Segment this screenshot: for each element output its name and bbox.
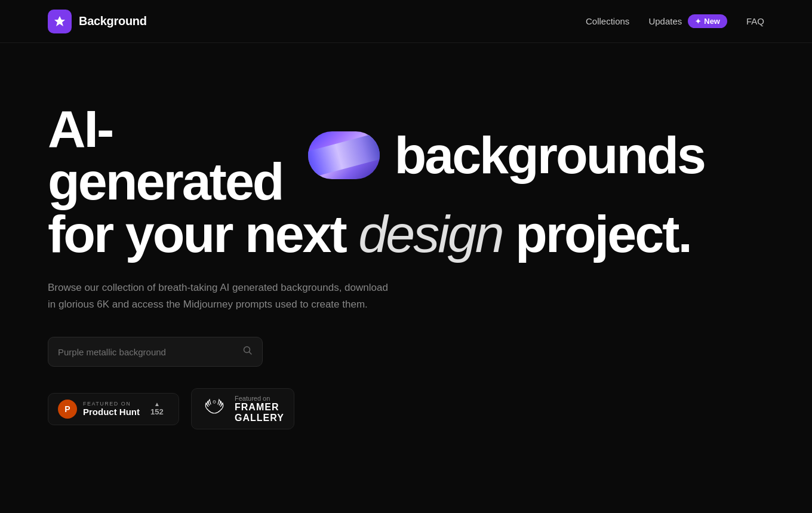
- ph-count-area: ▲ 152: [150, 401, 164, 416]
- framer-wreath-icon: [201, 396, 227, 422]
- svg-line-1: [250, 352, 252, 355]
- search-input[interactable]: [58, 347, 243, 357]
- logo-area[interactable]: Background: [48, 10, 147, 33]
- framer-featured-label: Featured on: [235, 395, 284, 402]
- hero-heading: AI-generated backgrounds for your next d…: [48, 103, 705, 260]
- framer-text-group: Featured on FRAMER GALLERY: [235, 395, 284, 423]
- nav-link-collections[interactable]: Collections: [586, 16, 629, 26]
- updates-group: Updates ✦ New: [648, 14, 727, 28]
- nav-link-updates[interactable]: Updates: [648, 16, 682, 26]
- hero-subtext: Browse our collection of breath-taking A…: [48, 279, 394, 313]
- ph-product-hunt-label: Product Hunt: [83, 407, 140, 417]
- framer-badge[interactable]: Featured on FRAMER GALLERY: [191, 388, 294, 429]
- new-badge[interactable]: ✦ New: [688, 14, 727, 28]
- hero-line2-part1: for your next: [48, 204, 346, 263]
- ph-text-group: FEATURED ON Product Hunt: [83, 401, 140, 417]
- logo-icon: [48, 10, 72, 33]
- framer-gallery-label: FRAMER GALLERY: [235, 402, 284, 423]
- new-badge-star: ✦: [695, 17, 701, 26]
- nav-link-faq[interactable]: FAQ: [746, 16, 764, 26]
- hero-line2-part2: project.: [515, 204, 691, 263]
- ph-featured-label: FEATURED ON: [83, 401, 140, 407]
- hero-line1-part2: backgrounds: [394, 129, 705, 182]
- hero-heading-line2: for your next design project.: [48, 208, 705, 260]
- nav-links: Collections Updates ✦ New FAQ: [586, 14, 764, 28]
- navbar: Background Collections Updates ✦ New FAQ: [0, 0, 812, 43]
- hero-section: AI-generated backgrounds for your next d…: [0, 43, 812, 465]
- search-icon[interactable]: [243, 346, 253, 358]
- hero-image-chip: [308, 131, 380, 179]
- ph-logo: P: [58, 400, 77, 419]
- producthunt-badge[interactable]: P FEATURED ON Product Hunt ▲ 152: [48, 393, 179, 425]
- badges-row: P FEATURED ON Product Hunt ▲ 152: [48, 388, 764, 429]
- ph-count: 152: [150, 407, 164, 416]
- search-bar: [48, 337, 263, 367]
- ph-arrow: ▲: [154, 401, 160, 407]
- hero-line1-part1: AI-generated: [48, 103, 294, 208]
- new-badge-label: New: [704, 17, 720, 26]
- hero-heading-line1: AI-generated backgrounds: [48, 103, 705, 208]
- logo-text: Background: [79, 14, 147, 28]
- hero-line2-italic: design: [358, 204, 502, 263]
